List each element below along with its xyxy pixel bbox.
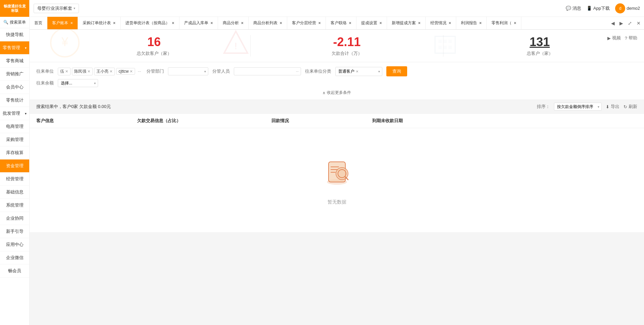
help-btn[interactable]: ? 帮助 (625, 35, 637, 41)
phone-icon: 📱 (587, 6, 592, 11)
search-icon: 🔍 (3, 20, 8, 25)
dept-filter-label: 分管部门 (146, 68, 164, 74)
tab-customer-ledger[interactable]: 客户账本 ✕ (47, 17, 78, 29)
tab-retail-profit[interactable]: 零售利润（ ✕ (487, 17, 521, 29)
sidebar-item-purchase[interactable]: 采购管理 (0, 133, 29, 146)
stat-total-customers-label: 总客户（家） (527, 50, 553, 57)
tab-close-retail-profit[interactable]: ✕ (514, 21, 516, 25)
tab-goods-analysis-list[interactable]: 商品分析列表 ✕ (249, 17, 287, 29)
tab-close-purchase-order-stats[interactable]: ✕ (113, 21, 116, 25)
sidebar-item-inventory[interactable]: 库存核算 (0, 146, 29, 159)
tag-close-wu[interactable]: ✕ (65, 69, 68, 74)
sidebar-item-operations[interactable]: 经营管理 (0, 173, 29, 186)
tab-close-product-instock[interactable]: ✕ (210, 21, 213, 25)
stat-customers-value: 16 (147, 35, 161, 49)
tab-home[interactable]: 首页 (30, 17, 47, 29)
user-avatar-btn[interactable]: d demo2 (615, 3, 640, 13)
tab-close-customer-segment[interactable]: ✕ (318, 21, 321, 25)
query-button[interactable]: 查询 (386, 66, 407, 76)
sidebar-item-quick-nav[interactable]: 快捷导航 (0, 28, 29, 41)
tab-boost-settings[interactable]: 提成设置 ✕ (356, 17, 387, 29)
tab-next-btn[interactable]: ▶ (617, 19, 625, 27)
tab-prev-btn[interactable]: ◀ (609, 19, 617, 27)
tab-customer-contact[interactable]: 客户联络 ✕ (326, 17, 356, 29)
app-download-btn[interactable]: 📱 App下载 (587, 5, 610, 11)
chevron-icon: ▾ (25, 46, 27, 50)
messages-btn[interactable]: 💬 消息 (566, 5, 581, 11)
tab-close-profit-report[interactable]: ✕ (479, 21, 482, 25)
unit-category-select-wrapper[interactable]: 普通客户 ✕ ▾ (335, 67, 382, 76)
sidebar: 畅捷通好生意 标版 🔍 搜索菜单 快捷导航 零售管理 ▾ 零售商城 营销推广 会… (0, 0, 30, 325)
collapse-icon: ∧ (323, 91, 326, 95)
sidebar-item-member-center[interactable]: 会员中心 (0, 81, 29, 94)
tab-new-boost-plan[interactable]: 新增提成方案 ✕ (387, 17, 426, 29)
tag-close-cjttcw[interactable]: ✕ (130, 69, 133, 74)
sidebar-item-wholesale-mgmt[interactable]: 批发管理 ▾ (0, 107, 29, 120)
tab-product-instock[interactable]: 产成品入库单 ✕ (179, 17, 218, 29)
col-header-repayment: 回款情况 (271, 118, 372, 124)
video-btn[interactable]: ▶ 视频 (607, 35, 621, 41)
sidebar-item-ecommerce[interactable]: 电商管理 (0, 120, 29, 133)
sidebar-item-retail-stats[interactable]: 零售统计 (0, 94, 29, 107)
dept-select[interactable] (168, 68, 208, 75)
tab-close-operations-status[interactable]: ✕ (448, 21, 451, 25)
person-select[interactable] (234, 68, 301, 75)
person-select-wrapper[interactable]: ··· (234, 67, 301, 75)
tab-close-customer-ledger[interactable]: ✕ (70, 21, 73, 25)
tab-purchase-order-stats[interactable]: 采购订单统计表 ✕ (78, 17, 121, 29)
sort-select[interactable]: 按欠款金额倒序排序 (554, 103, 601, 110)
stat-customers-label: 总欠款客户（家） (137, 50, 172, 57)
unit-category-clear[interactable]: ✕ (356, 70, 358, 73)
dept-select-wrapper[interactable]: ▾ (168, 67, 208, 75)
tab-profit-report[interactable]: 利润报告 ✕ (456, 17, 487, 29)
export-btn[interactable]: ⬇ 导出 (606, 104, 619, 110)
sidebar-item-marketing[interactable]: 营销推广 (0, 68, 29, 81)
tab-customer-segment[interactable]: 客户分层经营 ✕ (287, 17, 326, 29)
tab-close-customer-contact[interactable]: ✕ (349, 21, 351, 25)
message-icon: 💬 (566, 6, 571, 11)
tab-close-new-boost-plan[interactable]: ✕ (418, 21, 421, 25)
unit-tag-cjttcw[interactable]: cjttcw ✕ (116, 68, 135, 75)
video-icon: ▶ (607, 36, 611, 41)
account-selector[interactable]: 母婴行业演示帐套 ▾ (34, 4, 79, 13)
unit-category-value[interactable]: 普通客户 ✕ (336, 67, 382, 76)
sidebar-item-new-guide[interactable]: 新手引导 (0, 225, 29, 238)
balance-select[interactable]: 选择... (58, 79, 98, 87)
sidebar-item-app-center[interactable]: 应用中心 (0, 238, 29, 251)
tab-instock-stats[interactable]: 进货单统计表（按商品） ✕ (121, 17, 179, 29)
refresh-btn[interactable]: ↻ 刷新 (624, 104, 637, 110)
tag-close-chenminqiang[interactable]: ✕ (87, 69, 90, 74)
sidebar-item-enterprise-coop[interactable]: 企业协同 (0, 212, 29, 225)
tab-close-all-btn[interactable]: ✕ (635, 19, 643, 27)
tab-close-boost-settings[interactable]: ✕ (379, 21, 382, 25)
unit-tag-chenminqiang[interactable]: 陈民强 ✕ (72, 68, 93, 75)
col-header-debt-info: 欠款交易信息（占比） (137, 118, 271, 124)
sidebar-item-enterprise-wechat[interactable]: 企业微信 (0, 251, 29, 264)
sidebar-item-basic-info[interactable]: 基础信息 (0, 186, 29, 199)
tab-goods-analysis[interactable]: 商品分析 ✕ (218, 17, 249, 29)
tab-maximize-btn[interactable]: ⤢ (626, 19, 634, 27)
sort-select-wrapper[interactable]: 按欠款金额倒序排序 ▾ (554, 103, 602, 111)
tab-nav-controls: ◀ ▶ ⤢ ✕ (608, 19, 644, 27)
tabbar: 首页 客户账本 ✕ 采购订单统计表 ✕ 进货单统计表（按商品） ✕ 产成品入库单… (30, 17, 644, 30)
sidebar-item-capital[interactable]: 资金管理 (0, 159, 29, 173)
tag-close-wangxiaoliang[interactable]: ✕ (110, 69, 113, 74)
tab-close-instock-stats[interactable]: ✕ (172, 21, 174, 25)
tab-close-goods-analysis-list[interactable]: ✕ (280, 21, 282, 25)
unit-tag-wangxiaoliang[interactable]: 王小亮 ✕ (94, 68, 115, 75)
search-menu[interactable]: 🔍 搜索菜单 (0, 17, 29, 28)
unit-tags-more[interactable]: ··· (136, 68, 142, 74)
tab-operations-status[interactable]: 经营情况 ✕ (426, 17, 456, 29)
unit-filter-label: 往来单位 (36, 68, 54, 74)
empty-icon (320, 155, 354, 195)
unit-tag-wu[interactable]: 伍 ✕ (58, 68, 71, 75)
collapse-filters-btn[interactable]: ∧ 收起更多条件 (36, 90, 637, 96)
person-filter-label: 分管人员 (212, 68, 230, 74)
sidebar-item-vip-member[interactable]: 畅会员 (0, 264, 29, 278)
help-icon: ? (625, 36, 627, 41)
sidebar-item-retail-mgmt[interactable]: 零售管理 ▾ (0, 41, 29, 55)
sidebar-item-retail-mall[interactable]: 零售商城 (0, 55, 29, 68)
tab-close-goods-analysis[interactable]: ✕ (241, 21, 244, 25)
balance-select-wrapper[interactable]: 选择... ▾ (58, 79, 98, 87)
sidebar-item-sys-mgmt[interactable]: 系统管理 (0, 199, 29, 212)
